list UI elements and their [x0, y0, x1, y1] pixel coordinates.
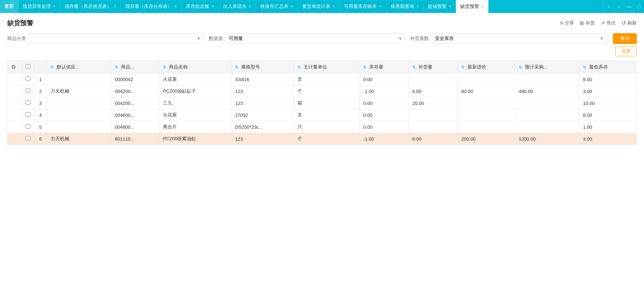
row-code-cell: 801110...: [111, 133, 159, 145]
export-button[interactable]: ↗ 导出: [601, 20, 616, 26]
col-name-label: 商品名称: [169, 64, 188, 70]
nav-minimize-button[interactable]: —: [624, 0, 634, 13]
row-code-cell: 004800...: [111, 121, 159, 133]
category-select[interactable]: ▼: [29, 33, 204, 44]
datasource-chevron-icon: ▼: [398, 36, 402, 41]
row-price-cell: [458, 97, 515, 109]
col-checkbox[interactable]: [22, 61, 34, 74]
category-label: 商品分类: [7, 35, 26, 42]
nav-tab-4[interactable]: 库存批次账 ×: [182, 0, 219, 13]
nav-tab-1-close[interactable]: ×: [53, 4, 56, 9]
nav-tab-2-close[interactable]: ×: [114, 4, 116, 9]
nav-tab-3-close[interactable]: ×: [174, 4, 177, 9]
table-row: 6 力天机械 801110... PC200张紧油缸 123 个 -1.00 6…: [8, 133, 637, 145]
col-code-label: 商品...: [121, 64, 134, 70]
nav-tab-6[interactable]: 收发存汇总表 ×: [256, 0, 298, 13]
nav-tab-8-close[interactable]: ×: [379, 4, 382, 9]
col-spec[interactable]: ⇅ 规格型号: [231, 61, 294, 74]
row-settings-cell: [8, 109, 22, 121]
row-name-cell: 三九: [159, 97, 231, 109]
nav-tab-9-close[interactable]: ×: [416, 4, 419, 9]
nav-tab-9[interactable]: 保质期查询 ×: [386, 0, 423, 13]
col-product-name[interactable]: ⇅ 商品名称: [159, 61, 231, 74]
row-checkbox-cell[interactable]: [22, 97, 34, 109]
nav-tab-2[interactable]: 现存量（库存状况表） ×: [60, 0, 121, 13]
col-settings[interactable]: ⚙: [8, 61, 22, 74]
refresh-icon: ↺: [622, 20, 626, 26]
nav-tab-4-label: 库存批次账: [186, 3, 209, 10]
category-filter: 商品分类 ▼: [7, 33, 204, 44]
share-button[interactable]: ⎘ 分享: [560, 20, 574, 26]
col-unit[interactable]: ⇅ 主计量单位: [294, 61, 360, 74]
row-settings-cell: [8, 133, 22, 145]
nav-tab-11-label: 缺货预警: [460, 3, 479, 10]
settings-button[interactable]: 设置: [615, 46, 637, 56]
nav-tab-1[interactable]: 拣货异常处理 ×: [18, 0, 60, 13]
row-name-cell: PC200油缸缸子: [159, 85, 231, 97]
nav-tab-home[interactable]: 首页: [0, 0, 18, 13]
nav-tab-6-close[interactable]: ×: [291, 4, 293, 9]
col-default-supplier[interactable]: ⇅ 默认供应...: [47, 61, 111, 74]
nav-tab-5-close[interactable]: ×: [249, 4, 251, 9]
row-price-cell: 80.00: [458, 85, 515, 97]
nav-tab-10[interactable]: 超储预警 ×: [423, 0, 456, 13]
row-supplier-cell: [47, 74, 111, 85]
nav-tab-7[interactable]: 要货单统计表 ×: [298, 0, 340, 13]
row-settings-cell: [8, 121, 22, 133]
nav-tab-5[interactable]: 出入库流水 ×: [219, 0, 256, 13]
refresh-button[interactable]: ↺ 刷新: [622, 20, 637, 26]
row-supplier-cell: [47, 109, 111, 121]
restock-basis-label: 补货基数: [410, 35, 429, 42]
select-all-checkbox[interactable]: [26, 64, 30, 69]
row-num-cell: 3: [34, 97, 47, 109]
row-spec-cell: J7092: [231, 109, 294, 121]
restock-button[interactable]: ⊞ 补货: [580, 20, 595, 26]
query-button[interactable]: 查询: [613, 33, 637, 44]
nav-tab-11-close[interactable]: ×: [481, 4, 484, 9]
row-spec-cell: DS250*23c...: [231, 121, 294, 133]
restock-basis-select[interactable]: 安全库存 ▼: [432, 33, 607, 44]
settings-gear-icon[interactable]: ⚙: [11, 64, 16, 70]
row-checkbox-1[interactable]: [26, 88, 30, 93]
nav-tab-4-close[interactable]: ×: [212, 4, 214, 9]
restock-basis-value: 安全库存: [435, 35, 454, 42]
sort-icon-min-stock: ⇅: [583, 65, 586, 69]
col-stock-qty[interactable]: ⇅ 库存量: [360, 61, 409, 74]
col-product-code[interactable]: ⇅ 商品...: [111, 61, 159, 74]
row-stock-cell: -1.00: [360, 133, 409, 145]
nav-tab-7-close[interactable]: ×: [332, 4, 335, 9]
row-checkbox-cell[interactable]: [22, 85, 34, 97]
nav-tab-3[interactable]: 现存量（库存分布表） ×: [121, 0, 182, 13]
table-row: 4 004600... 火花塞 J7092 支 0.00 8.00: [8, 109, 637, 121]
col-estimated-purchase[interactable]: ⇅ 预计采购...: [515, 61, 579, 74]
row-checkbox-5[interactable]: [26, 136, 30, 141]
refresh-label: 刷新: [627, 20, 637, 26]
row-checkbox-cell[interactable]: [22, 109, 34, 121]
header-actions: ⎘ 分享 ⊞ 补货 ↗ 导出 ↺ 刷新: [560, 20, 637, 26]
col-latest-price[interactable]: ⇅ 最新进价: [458, 61, 515, 74]
nav-tab-8[interactable]: 可用量库存账本 ×: [340, 0, 386, 13]
row-settings-cell: [8, 74, 22, 85]
nav-next-button[interactable]: ›: [614, 0, 624, 13]
row-checkbox-cell[interactable]: [22, 133, 34, 145]
row-checkbox-cell[interactable]: [22, 74, 34, 85]
row-name-cell: 火花塞: [159, 74, 231, 85]
nav-tab-11[interactable]: 缺货预警 ×: [456, 0, 488, 13]
nav-prev-button[interactable]: ‹: [604, 0, 614, 13]
row-name-cell: 火花塞: [159, 109, 231, 121]
row-checkbox-2[interactable]: [26, 100, 30, 105]
nav-tab-5-label: 出入库流水: [223, 3, 247, 10]
col-restock-qty[interactable]: ⇅ 补货量: [409, 61, 458, 74]
row-checkbox-3[interactable]: [26, 112, 30, 117]
col-min-stock[interactable]: ⇅ 最低库存: [579, 61, 637, 74]
nav-maximize-button[interactable]: □: [634, 0, 644, 13]
row-settings-cell: [8, 85, 22, 97]
nav-tab-10-close[interactable]: ×: [449, 4, 451, 9]
restock-basis-chevron-icon: ▼: [600, 36, 604, 41]
nav-tab-2-label: 现存量（库存状况表）: [65, 3, 112, 10]
nav-tab-9-label: 保质期查询: [391, 3, 414, 10]
row-checkbox-0[interactable]: [26, 76, 30, 81]
row-checkbox-cell[interactable]: [22, 121, 34, 133]
row-checkbox-4[interactable]: [26, 124, 30, 129]
datasource-select[interactable]: 可用量 ▼: [226, 33, 406, 44]
